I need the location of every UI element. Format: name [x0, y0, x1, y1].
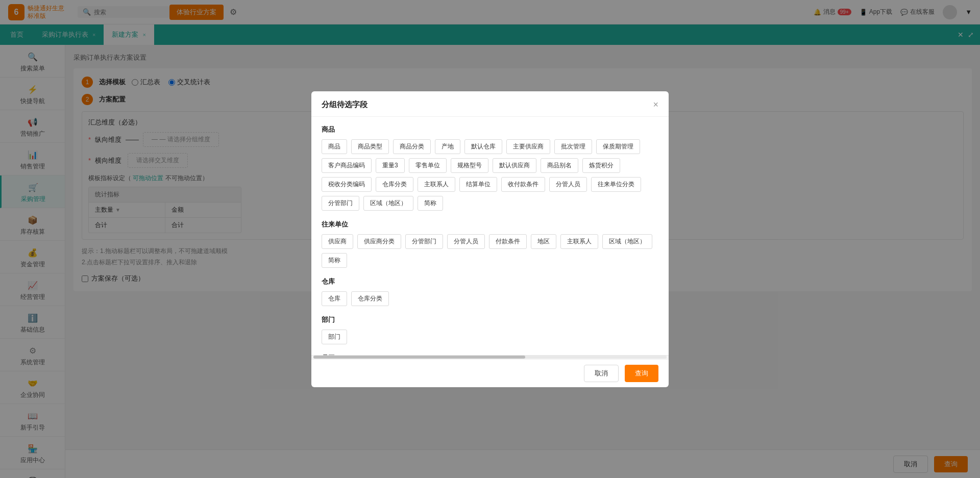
field-tag-1-8[interactable]: 简称	[322, 253, 347, 268]
field-tag-0-2[interactable]: 商品分类	[393, 139, 431, 154]
field-tags-3: 部门	[322, 330, 658, 344]
field-tag-0-15[interactable]: 税收分类编码	[322, 177, 372, 192]
field-tag-0-5[interactable]: 主要供应商	[506, 139, 550, 154]
field-section-3: 部门部门	[322, 315, 658, 344]
field-tag-0-8[interactable]: 客户商品编码	[322, 158, 372, 173]
field-tag-0-11[interactable]: 规格型号	[451, 158, 488, 173]
modal-footer: 取消 查询	[311, 359, 669, 387]
field-tag-0-20[interactable]: 分管人员	[549, 177, 587, 192]
field-tag-1-3[interactable]: 分管人员	[447, 234, 485, 249]
field-tag-1-6[interactable]: 主联系人	[560, 234, 598, 249]
field-tag-1-2[interactable]: 分管部门	[405, 234, 443, 249]
modal-body: 商品商品商品类型商品分类产地默认仓库主要供应商批次管理保质期管理客户商品编码重量…	[311, 117, 669, 356]
field-section-2: 仓库仓库仓库分类	[322, 277, 658, 306]
field-section-0: 商品商品商品类型商品分类产地默认仓库主要供应商批次管理保质期管理客户商品编码重量…	[322, 125, 658, 211]
field-tag-0-14[interactable]: 炼货积分	[582, 158, 620, 173]
field-tag-0-16[interactable]: 仓库分类	[376, 177, 413, 192]
field-tag-0-1[interactable]: 商品类型	[351, 139, 389, 154]
field-tag-0-10[interactable]: 零售单位	[409, 158, 447, 173]
field-tag-0-18[interactable]: 结算单位	[459, 177, 497, 192]
field-tag-0-24[interactable]: 简称	[418, 196, 443, 211]
field-tag-0-21[interactable]: 往来单位分类	[591, 177, 641, 192]
field-tag-0-23[interactable]: 区域（地区）	[363, 196, 413, 211]
field-tags-2: 仓库仓库分类	[322, 291, 658, 306]
field-section-title-0: 商品	[322, 125, 658, 134]
field-section-title-3: 部门	[322, 315, 658, 324]
field-tag-0-3[interactable]: 产地	[435, 139, 460, 154]
field-tag-3-0[interactable]: 部门	[322, 330, 347, 344]
field-section-1: 往来单位供应商供应商分类分管部门分管人员付款条件地区主联系人区域（地区）简称	[322, 220, 658, 268]
field-tag-0-6[interactable]: 批次管理	[554, 139, 592, 154]
field-tag-0-12[interactable]: 默认供应商	[493, 158, 536, 173]
field-tag-1-1[interactable]: 供应商分类	[357, 234, 401, 249]
modal-title: 分组待选字段	[322, 100, 368, 110]
modal-header: 分组待选字段 ×	[311, 91, 669, 117]
field-tags-0: 商品商品类型商品分类产地默认仓库主要供应商批次管理保质期管理客户商品编码重量3零…	[322, 139, 658, 211]
field-tag-1-0[interactable]: 供应商	[322, 234, 353, 249]
modal-close-button[interactable]: ×	[653, 99, 658, 110]
field-tag-2-0[interactable]: 仓库	[322, 291, 347, 306]
field-tag-1-5[interactable]: 地区	[531, 234, 556, 249]
field-tag-0-19[interactable]: 收付款条件	[501, 177, 545, 192]
field-tag-0-0[interactable]: 商品	[322, 139, 347, 154]
modal-overlay: 分组待选字段 × 商品商品商品类型商品分类产地默认仓库主要供应商批次管理保质期管…	[0, 0, 980, 478]
field-tag-0-4[interactable]: 默认仓库	[464, 139, 502, 154]
modal-dialog: 分组待选字段 × 商品商品商品类型商品分类产地默认仓库主要供应商批次管理保质期管…	[311, 91, 669, 387]
field-tag-0-17[interactable]: 主联系人	[418, 177, 455, 192]
field-tag-0-13[interactable]: 商品别名	[541, 158, 578, 173]
field-tag-0-9[interactable]: 重量3	[376, 158, 405, 173]
field-tags-1: 供应商供应商分类分管部门分管人员付款条件地区主联系人区域（地区）简称	[322, 234, 658, 268]
field-section-title-1: 往来单位	[322, 220, 658, 229]
modal-horizontal-scrollbar[interactable]	[311, 355, 669, 359]
field-section-title-2: 仓库	[322, 277, 658, 286]
field-tag-1-4[interactable]: 付款条件	[489, 234, 527, 249]
modal-confirm-button[interactable]: 查询	[625, 365, 658, 382]
modal-cancel-button[interactable]: 取消	[584, 365, 619, 382]
field-tag-0-7[interactable]: 保质期管理	[596, 139, 640, 154]
field-tag-1-7[interactable]: 区域（地区）	[602, 234, 652, 249]
field-tag-0-22[interactable]: 分管部门	[322, 196, 359, 211]
field-tag-2-1[interactable]: 仓库分类	[351, 291, 389, 306]
